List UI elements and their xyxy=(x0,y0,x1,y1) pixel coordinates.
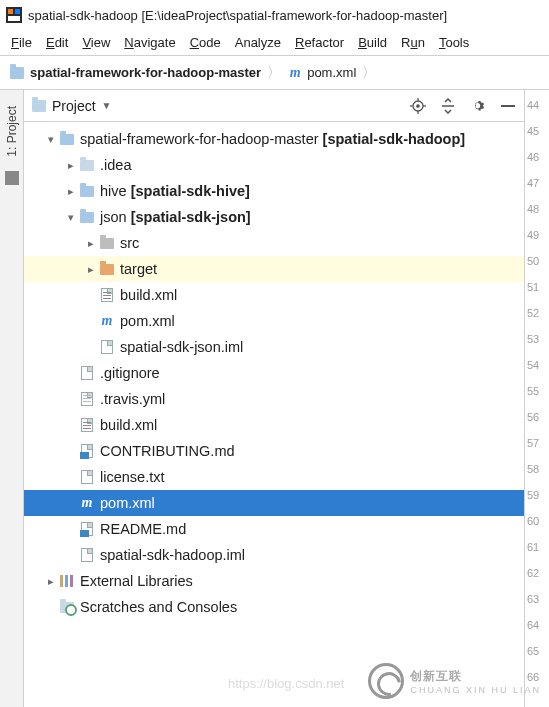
tree-folder-src[interactable]: ▸ src xyxy=(24,230,524,256)
gutter-line-number: 61 xyxy=(525,534,549,560)
menu-run[interactable]: Run xyxy=(394,33,432,52)
tool-tab-structure-icon[interactable] xyxy=(5,171,19,185)
expand-icon[interactable]: ▸ xyxy=(84,263,98,276)
gutter-line-number: 57 xyxy=(525,430,549,456)
gutter-line-number: 50 xyxy=(525,248,549,274)
editor-gutter: 4445464748495051525354555657585960616263… xyxy=(525,90,549,707)
libraries-icon xyxy=(58,575,76,587)
collapse-icon[interactable]: ▾ xyxy=(44,133,58,146)
tree-file-readme[interactable]: ▸ README.md xyxy=(24,516,524,542)
settings-gear-icon[interactable] xyxy=(470,98,486,114)
tree-module-hive[interactable]: ▸ hive [spatial-sdk-hive] xyxy=(24,178,524,204)
tree-file-pom-selected[interactable]: ▸ m pom.xml xyxy=(24,490,524,516)
tree-item-label: .travis.yml xyxy=(100,391,165,407)
breadcrumb-root[interactable]: spatial-framework-for-hadoop-master xyxy=(6,65,265,80)
svg-rect-2 xyxy=(15,9,20,14)
tree-file-root-iml[interactable]: ▸ spatial-sdk-hadoop.iml xyxy=(24,542,524,568)
text-file-icon xyxy=(78,470,96,484)
tree-file-build[interactable]: ▸ build.xml xyxy=(24,412,524,438)
tree-item-label: .idea xyxy=(100,157,131,173)
tree-folder-idea[interactable]: ▸ .idea xyxy=(24,152,524,178)
tree-item-module: [spatial-sdk-hive] xyxy=(131,183,250,199)
tree-scratches[interactable]: ▸ Scratches and Consoles xyxy=(24,594,524,620)
gutter-line-number: 65 xyxy=(525,638,549,664)
tree-item-label: json xyxy=(100,209,127,225)
tree-item-label: src xyxy=(120,235,139,251)
dropdown-icon[interactable]: ▼ xyxy=(102,100,112,111)
gutter-line-number: 62 xyxy=(525,560,549,586)
module-folder-icon xyxy=(58,134,76,145)
project-panel-header: Project ▼ xyxy=(24,90,524,122)
project-panel-title[interactable]: Project xyxy=(52,98,96,114)
markdown-file-icon xyxy=(78,522,96,536)
tree-item-label: pom.xml xyxy=(120,313,175,329)
project-panel: Project ▼ ▾ spatial-framework-for-hadoop… xyxy=(24,90,525,707)
menu-file[interactable]: File xyxy=(4,33,39,52)
expand-icon[interactable]: ▸ xyxy=(44,575,58,588)
gutter-line-number: 51 xyxy=(525,274,549,300)
gutter-line-number: 53 xyxy=(525,326,549,352)
window-title: spatial-sdk-hadoop [E:\ideaProject\spati… xyxy=(28,8,447,23)
gutter-line-number: 44 xyxy=(525,92,549,118)
menu-code[interactable]: Code xyxy=(183,33,228,52)
yaml-file-icon xyxy=(78,392,96,406)
tree-item-label: CONTRIBUTING.md xyxy=(100,443,235,459)
tree-item-label: .gitignore xyxy=(100,365,160,381)
menu-bar: File Edit View Navigate Code Analyze Ref… xyxy=(0,30,549,56)
watermark-url: https://blog.csdn.net xyxy=(228,676,344,691)
tree-item-label: External Libraries xyxy=(80,573,193,589)
hide-panel-icon[interactable] xyxy=(500,98,516,114)
tool-tab-project[interactable]: 1: Project xyxy=(5,102,19,161)
tree-root[interactable]: ▾ spatial-framework-for-hadoop-master [s… xyxy=(24,126,524,152)
tree-item-label: README.md xyxy=(100,521,186,537)
breadcrumb-file-label: pom.xml xyxy=(307,65,356,80)
expand-icon[interactable]: ▸ xyxy=(84,237,98,250)
tree-file-json-pom[interactable]: ▸ m pom.xml xyxy=(24,308,524,334)
tree-external-libraries[interactable]: ▸ External Libraries xyxy=(24,568,524,594)
tree-root-module: [spatial-sdk-hadoop] xyxy=(323,131,466,147)
tree-file-gitignore[interactable]: ▸ .gitignore xyxy=(24,360,524,386)
locate-icon[interactable] xyxy=(410,98,426,114)
project-tree[interactable]: ▾ spatial-framework-for-hadoop-master [s… xyxy=(24,122,524,620)
tree-root-label: spatial-framework-for-hadoop-master xyxy=(80,131,319,147)
module-folder-icon xyxy=(78,186,96,197)
gutter-line-number: 54 xyxy=(525,352,549,378)
breadcrumb-root-label: spatial-framework-for-hadoop-master xyxy=(30,65,261,80)
expand-icon[interactable]: ▸ xyxy=(64,185,78,198)
gutter-line-number: 55 xyxy=(525,378,549,404)
tree-item-label: target xyxy=(120,261,157,277)
tree-file-contributing[interactable]: ▸ CONTRIBUTING.md xyxy=(24,438,524,464)
tree-file-json-build[interactable]: ▸ build.xml xyxy=(24,282,524,308)
excluded-folder-icon xyxy=(98,264,116,275)
expand-icon[interactable]: ▸ xyxy=(64,159,78,172)
tree-folder-target[interactable]: ▸ target xyxy=(24,256,524,282)
collapse-all-icon[interactable] xyxy=(440,98,456,114)
tree-file-travis[interactable]: ▸ .travis.yml xyxy=(24,386,524,412)
markdown-file-icon xyxy=(78,444,96,458)
tree-file-license[interactable]: ▸ license.txt xyxy=(24,464,524,490)
collapse-icon[interactable]: ▾ xyxy=(64,211,78,224)
menu-view[interactable]: View xyxy=(75,33,117,52)
breadcrumb: spatial-framework-for-hadoop-master 〉 m … xyxy=(0,56,549,90)
tool-window-bar: 1: Project xyxy=(0,90,24,707)
gutter-line-number: 47 xyxy=(525,170,549,196)
watermark-brand: 创新互联 xyxy=(410,669,462,683)
menu-navigate[interactable]: Navigate xyxy=(117,33,182,52)
tree-item-label: pom.xml xyxy=(100,495,155,511)
menu-build[interactable]: Build xyxy=(351,33,394,52)
breadcrumb-file[interactable]: m pom.xml xyxy=(283,65,360,81)
menu-edit[interactable]: Edit xyxy=(39,33,75,52)
folder-icon xyxy=(78,160,96,171)
menu-refactor[interactable]: Refactor xyxy=(288,33,351,52)
menu-tools[interactable]: Tools xyxy=(432,33,476,52)
tree-file-json-iml[interactable]: ▸ spatial-sdk-json.iml xyxy=(24,334,524,360)
tree-item-label: spatial-sdk-hadoop.iml xyxy=(100,547,245,563)
gutter-line-number: 64 xyxy=(525,612,549,638)
tree-module-json[interactable]: ▾ json [spatial-sdk-json] xyxy=(24,204,524,230)
gutter-line-number: 52 xyxy=(525,300,549,326)
gutter-line-number: 59 xyxy=(525,482,549,508)
ant-file-icon xyxy=(98,288,116,302)
svg-rect-3 xyxy=(8,16,20,21)
menu-analyze[interactable]: Analyze xyxy=(228,33,288,52)
breadcrumb-separator: 〉 xyxy=(360,64,378,82)
